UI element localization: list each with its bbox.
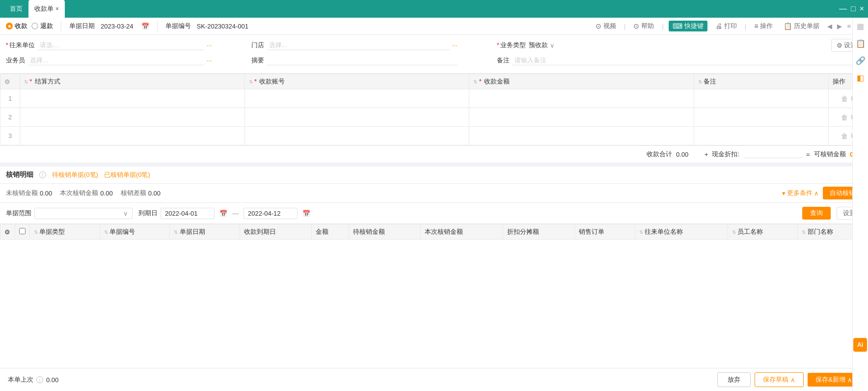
- save-draft-btn[interactable]: 保存草稿 ∧: [755, 372, 804, 387]
- row-3-account[interactable]: [244, 127, 469, 145]
- operation-btn[interactable]: ≡ 操作: [751, 21, 776, 31]
- total-value: 0.00: [676, 151, 701, 158]
- row-2-delete-icon[interactable]: 🗑: [841, 113, 848, 121]
- remark-input[interactable]: [513, 56, 862, 65]
- more-conditions-btn[interactable]: ▾ 更多条件 ∧: [782, 189, 819, 197]
- business-type-dropdown-icon[interactable]: ∨: [550, 42, 555, 49]
- close-window-icon[interactable]: ×: [860, 4, 864, 13]
- table-row: 1 🗑 ⧉: [0, 89, 868, 108]
- panel-icon-3[interactable]: 🔗: [856, 56, 866, 65]
- summary-row: 收款合计 0.00 + 现金折扣: = 可核销金额 0.00: [0, 145, 868, 163]
- counterparty-more-btn[interactable]: ···: [206, 41, 212, 49]
- radio-refund[interactable]: 退款: [31, 22, 53, 30]
- filter-icon: ▾: [782, 190, 786, 197]
- required-account: *: [254, 78, 257, 85]
- required-star-1: *: [6, 42, 8, 49]
- row-2-settlement[interactable]: [20, 108, 245, 127]
- row-1-settlement[interactable]: [20, 89, 245, 108]
- bill-prev-info-icon[interactable]: i: [36, 376, 43, 383]
- required-star-2: *: [497, 42, 499, 49]
- collapse-icon: ∧: [814, 190, 819, 197]
- save-draft-label: 保存草稿: [763, 375, 788, 384]
- date-calendar-icon-1[interactable]: 📅: [219, 210, 227, 217]
- row-2-account[interactable]: [244, 108, 469, 127]
- col-amount-label: 收款金额: [484, 78, 510, 85]
- radio-receipt-dot: [6, 23, 13, 29]
- toolbar-right: ⊙ 视频 | ⊙ 帮助 | ⌨ 快捷键 🖨 打印 | ≡ 操作: [593, 21, 862, 31]
- row-1-account[interactable]: [244, 89, 469, 108]
- row-3-settlement[interactable]: [20, 127, 245, 145]
- line-items-table-wrapper: ⚙ ⇅ * 结算方式 ⇅ * 收款账号 ⇅ * 收款: [0, 74, 868, 145]
- date-to-input[interactable]: [244, 208, 298, 219]
- col-due-date-label: 收款到期日: [244, 228, 276, 235]
- summary-input[interactable]: [267, 56, 458, 65]
- ai-btn[interactable]: Ai: [853, 338, 867, 352]
- radio-receipt[interactable]: 收款: [6, 22, 27, 30]
- pending-tab[interactable]: 待核销单据(0笔): [52, 170, 98, 179]
- print-icon: 🖨: [715, 22, 722, 30]
- date-calendar-icon-2[interactable]: 📅: [302, 210, 310, 217]
- panel-icon-4[interactable]: ◧: [857, 73, 864, 83]
- history-btn[interactable]: 📋 历史单据: [781, 21, 822, 31]
- staff-field: 业务员 ···: [6, 56, 212, 65]
- panel-icon-1[interactable]: ▦: [857, 22, 864, 31]
- bill-date-calendar-icon[interactable]: 📅: [141, 23, 149, 30]
- row-2-amount[interactable]: [469, 108, 694, 127]
- col-due-date: 收款到期日: [240, 224, 312, 240]
- store-more-btn[interactable]: ···: [452, 41, 458, 49]
- bill-date-value: 2023-03-24: [101, 23, 134, 30]
- next-icon[interactable]: ▶: [837, 23, 842, 30]
- row-3-amount[interactable]: [469, 127, 694, 145]
- stat-diff: 核销差额 0.00: [121, 189, 161, 197]
- stat-uncancelled: 未核销金额 0.00: [6, 189, 52, 197]
- row-3-remark[interactable]: [694, 127, 828, 145]
- plus-sign: +: [705, 151, 708, 158]
- row-1-delete-icon[interactable]: 🗑: [841, 95, 848, 103]
- bill-range-select[interactable]: ∨: [34, 208, 133, 219]
- done-tab[interactable]: 已核销单据(0笔): [104, 170, 150, 179]
- maximize-icon[interactable]: □: [851, 4, 856, 13]
- row-1-num: 1: [0, 89, 20, 108]
- discount-label: 现金折扣:: [712, 150, 739, 159]
- row-2-remark[interactable]: [694, 108, 828, 127]
- verification-header: 核销明细 i 待核销单据(0笔) 已核销单据(0笔): [0, 167, 868, 184]
- col-sales-order: 销售订单: [575, 224, 635, 240]
- help-btn[interactable]: ⊙ 帮助: [630, 21, 657, 31]
- discount-input[interactable]: [743, 150, 802, 158]
- row-3-delete-icon[interactable]: 🗑: [841, 132, 848, 140]
- print-btn[interactable]: 🖨 打印: [712, 21, 740, 31]
- select-all-checkbox[interactable]: [19, 228, 26, 234]
- col-current-cancel: 本次核销金额: [420, 224, 503, 240]
- staff-input[interactable]: [28, 56, 204, 65]
- verification-info-icon[interactable]: i: [39, 171, 46, 178]
- list-icon[interactable]: ≡: [847, 23, 851, 30]
- query-btn[interactable]: 查询: [802, 207, 831, 220]
- abandon-btn[interactable]: 放弃: [717, 372, 751, 387]
- nav-home[interactable]: 首页: [4, 0, 28, 18]
- panel-icon-2[interactable]: 📋: [856, 39, 866, 48]
- video-btn[interactable]: ⊙ 视频: [593, 21, 619, 31]
- col-staff-label: 员工名称: [737, 228, 763, 235]
- shortcut-btn[interactable]: ⌨ 快捷键: [669, 21, 707, 31]
- main-content: 收款 退款 单据日期 2023-03-24 📅 单据编号 SK-20230324…: [0, 18, 868, 391]
- table-row: 2 🗑 ⧉: [0, 108, 868, 127]
- col-account: ⇅ * 收款账号: [244, 74, 469, 89]
- bottom-table: ⚙ ⇅ 单据类型 ⇅ 单据编号: [0, 224, 868, 240]
- col-bill-no: ⇅ 单据编号: [100, 224, 170, 240]
- summary-label: 摘要: [251, 56, 264, 65]
- table-gear-icon-2[interactable]: ⚙: [4, 228, 10, 236]
- prev-icon[interactable]: ◀: [827, 23, 832, 30]
- staff-more-btn[interactable]: ···: [206, 56, 212, 64]
- close-tab-icon[interactable]: ×: [55, 5, 59, 12]
- table-gear-icon[interactable]: ⚙: [4, 78, 10, 85]
- required-amount: *: [479, 78, 482, 85]
- minimize-icon[interactable]: —: [839, 4, 847, 13]
- verification-section: 核销明细 i 待核销单据(0笔) 已核销单据(0笔) 未核销金额 0.00 本次…: [0, 167, 868, 368]
- store-input[interactable]: [267, 40, 450, 50]
- counterparty-input[interactable]: [38, 40, 205, 50]
- row-1-amount[interactable]: [469, 89, 694, 108]
- operation-icon: ≡: [754, 22, 758, 30]
- row-1-remark[interactable]: [694, 89, 828, 108]
- date-from-input[interactable]: [161, 208, 215, 219]
- nav-current-tab[interactable]: 收款单 ×: [28, 0, 65, 18]
